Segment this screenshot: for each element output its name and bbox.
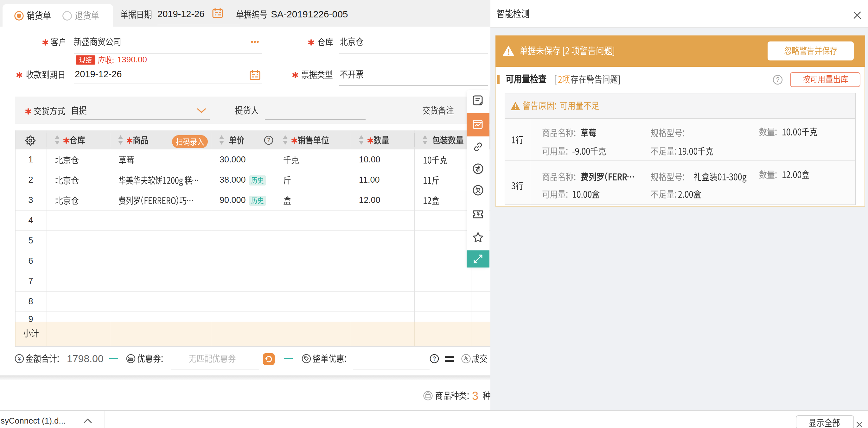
svg-text:?: ?	[776, 76, 779, 83]
svg-text:?: ?	[267, 137, 271, 143]
svg-text:?: ?	[433, 355, 436, 362]
svg-text:¥: ¥	[18, 356, 21, 362]
